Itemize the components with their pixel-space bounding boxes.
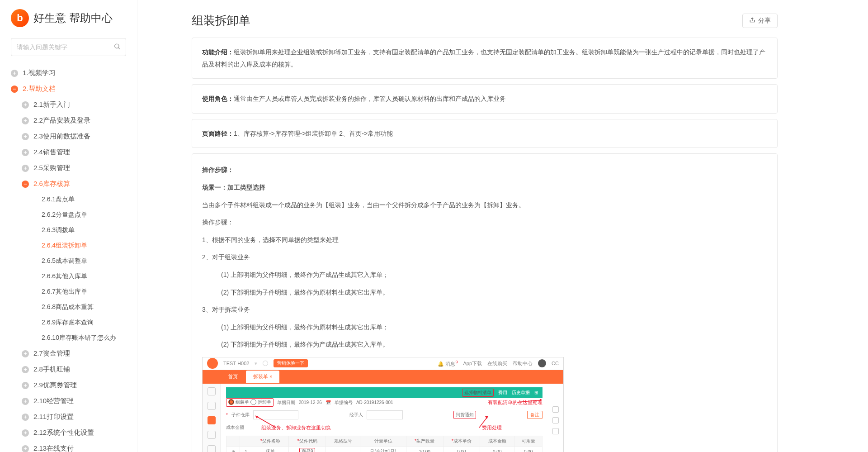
plus-icon [22, 165, 29, 172]
plus-icon [22, 101, 29, 109]
nav-2-4[interactable]: 2.4销售管理 [11, 144, 126, 160]
th-parent-name: 父件名称 [262, 438, 280, 443]
ss-handler-label: 经手人 [349, 412, 363, 418]
tool-icon [552, 417, 559, 423]
nav-label: 2.6.7其他出库单 [42, 288, 87, 296]
ss-bom-button: 选择物料清单 [462, 389, 494, 397]
intro-text: 组装拆卸单用来处理企业组装或拆卸等加工业务，支持有固定装配清单的产品加工业务，也… [202, 48, 765, 68]
search-box [11, 38, 126, 56]
nav-label: 2.6.5成本调整单 [42, 257, 87, 265]
nav-label: 2.3使用前数据准备 [33, 132, 90, 141]
scene-intro: 当由多个子件材料组装成一个成品的业务为【组装】业务，当由一个父件拆分成多个子产品… [202, 199, 767, 211]
nav-2-8[interactable]: 2.8手机旺铺 [11, 362, 126, 377]
ss-left-nav [203, 384, 221, 452]
th-qty: 生产数量 [416, 438, 434, 443]
nav-label: 2.6.1盘点单 [42, 195, 75, 204]
tool-icon [552, 428, 559, 434]
nav-2-6[interactable]: 2.6库存核算 [11, 176, 126, 192]
nav-label: 2.7资金管理 [33, 349, 70, 358]
nav-2-6-10[interactable]: 2.6.10库存账本错了怎么办 [11, 330, 126, 346]
sidebar: b 好生意 帮助中心 1.视频学习 2.帮助文档 2.1新手入门 2.2产品安装… [0, 0, 137, 452]
nav-2-6-6[interactable]: 2.6.6其他入库单 [11, 269, 126, 284]
search-icon[interactable] [113, 43, 121, 52]
th-amt: 成本金额 [480, 436, 514, 447]
td-avail: 0.00 [514, 447, 542, 452]
nav-2-6-5[interactable]: 2.6.5成本调整单 [11, 253, 126, 269]
td-price: 0.00 [443, 447, 480, 452]
nav-label: 2.6.3调拨单 [42, 226, 75, 234]
th-price: 成本单价 [453, 438, 472, 443]
ss-user: CC [552, 361, 559, 366]
nav-2-6-8[interactable]: 2.6.8商品成本重算 [11, 300, 126, 315]
nav-label: 2.9优惠券管理 [33, 381, 77, 390]
ss-nav-icon [208, 445, 216, 452]
main-content: 组装拆卸单 分享 功能介绍：组装拆卸单用来处理企业组装或拆卸等加工业务，支持有固… [137, 0, 868, 452]
ss-buy: 在线购买 [487, 360, 507, 367]
plus-icon [22, 445, 29, 452]
site-title: 好生意 帮助中心 [33, 11, 113, 25]
search-input[interactable] [11, 38, 126, 56]
nav-label: 2.6.2分量盘点单 [42, 211, 87, 219]
nav-2-10[interactable]: 2.10经营管理 [11, 393, 126, 409]
nav-2-11[interactable]: 2.11打印设置 [11, 409, 126, 425]
td-name: 床单 [252, 447, 289, 452]
nav-2-2[interactable]: 2.2产品安装及登录 [11, 113, 126, 128]
ss-promo-button: 营销体验一下 [274, 359, 308, 367]
nav-label: 2.5采购管理 [33, 164, 70, 172]
nav-2-5[interactable]: 2.5采购管理 [11, 160, 126, 176]
example-screenshot: TEST-H002 ▾ 营销体验一下 🔔 消息9 App下载 在线购买 帮助中心… [202, 357, 564, 452]
th-parent-code: 父件代码 [299, 438, 317, 443]
intro-label: 功能介绍： [202, 48, 234, 56]
nav-2-7[interactable]: 2.7资金管理 [11, 346, 126, 362]
nav-label: 2.6.10库存账本错了怎么办 [42, 334, 116, 342]
nav-label: 2.12系统个性化设置 [33, 428, 94, 437]
ss-app: App下载 [463, 360, 482, 367]
share-icon [749, 17, 755, 24]
ss-right-tools [548, 384, 563, 452]
intro-box: 功能介绍：组装拆卸单用来处理企业组装或拆卸等加工业务，支持有固定装配清单的产品加… [192, 38, 778, 79]
svg-line-2 [517, 400, 542, 402]
nav-2-6-4[interactable]: 2.6.4组装拆卸单 [11, 238, 126, 253]
nav-2-13[interactable]: 2.13在线支付 [11, 441, 126, 452]
nav-2-6-3[interactable]: 2.6.3调拨单 [11, 223, 126, 238]
nav-2-6-1[interactable]: 2.6.1盘点单 [11, 192, 126, 207]
ss-type-group: 组装单 拆卸单 [226, 398, 274, 407]
nav-2-3[interactable]: 2.3使用前数据准备 [11, 128, 126, 144]
nav-2-6-9[interactable]: 2.6.9库存账本查询 [11, 315, 126, 330]
nav-2-12[interactable]: 2.12系统个性化设置 [11, 425, 126, 441]
nav-video[interactable]: 1.视频学习 [11, 65, 126, 81]
minus-icon [11, 86, 18, 93]
svg-point-0 [115, 44, 119, 48]
svg-marker-7 [485, 416, 488, 419]
nav-2-6-2[interactable]: 2.6.2分量盘点单 [11, 207, 126, 223]
step-3-2: (2) 下部明细为子件明细，最终作为产成品生成其它入库单。 [202, 338, 767, 351]
path-text: 1、库存核算->库存管理->组装拆卸单 2、首页->常用功能 [234, 130, 393, 137]
ss-date-value: 2019-12-26 [299, 400, 322, 405]
nav-help-docs[interactable]: 2.帮助文档 [11, 81, 126, 97]
share-label: 分享 [758, 17, 771, 25]
ss-nav-icon [208, 416, 216, 424]
td-amt: 0.00 [480, 447, 514, 452]
step-2: 2、对于组装业务 [202, 251, 767, 263]
ss-date-label: 单据日期 [277, 400, 295, 406]
nav-label: 2.6.6其他入库单 [42, 272, 87, 281]
ss-handler-input [367, 410, 403, 419]
ss-doc-value: AD-20191226-001 [356, 400, 393, 405]
ss-parent-table: *父件名称 *父件代码 规格型号 计量单位 *生产数量 *成本单价 成本金额 可… [226, 436, 542, 452]
nav-2-6-7[interactable]: 2.6.7其他出库单 [11, 284, 126, 300]
svg-line-4 [255, 416, 276, 428]
nav-2-9[interactable]: 2.9优惠券管理 [11, 377, 126, 393]
role-label: 使用角色： [202, 95, 234, 102]
steps-section: 操作步骤： 场景一：加工类型选择 当由多个子件材料组装成一个成品的业务为【组装】… [192, 153, 778, 452]
svg-line-1 [118, 48, 120, 49]
plus-icon [11, 70, 18, 77]
share-button[interactable]: 分享 [742, 14, 778, 28]
logo-row: b 好生意 帮助中心 [11, 9, 126, 27]
nav-label: 2.4销售管理 [33, 148, 70, 157]
nav-label: 1.视频学习 [23, 69, 56, 77]
ss-tabs: 首页 拆装单 × [203, 370, 563, 384]
avatar-icon [538, 359, 546, 367]
ss-total-label: 成本金额 [226, 424, 244, 431]
logo-icon: b [11, 9, 29, 27]
nav-2-1[interactable]: 2.1新手入门 [11, 97, 126, 113]
